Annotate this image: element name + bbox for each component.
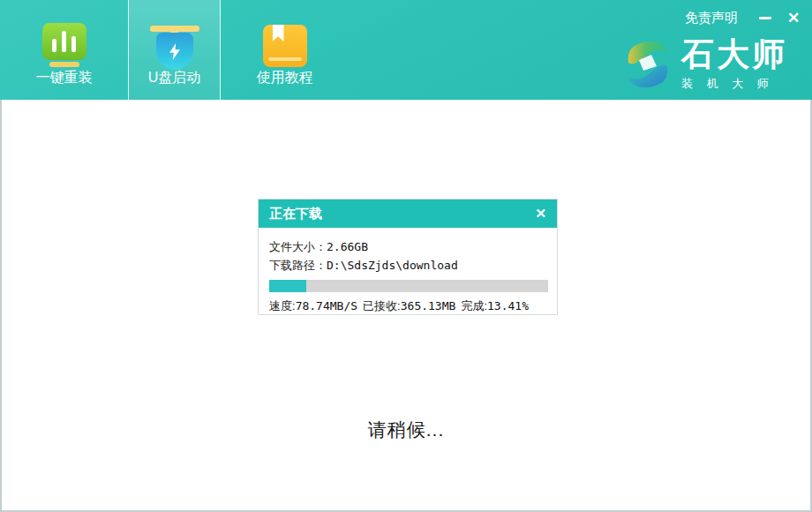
logo-icon <box>621 37 674 92</box>
done-stat: 完成:13.41% <box>461 298 529 314</box>
tab-label: 使用教程 <box>257 69 313 87</box>
bar-chart-icon <box>40 23 89 69</box>
tab-label: U盘启动 <box>148 69 201 87</box>
progress-bar <box>269 280 548 292</box>
logo-subtitle: 装 机 大 师 <box>681 76 787 92</box>
speed-stat: 速度:78.74MB/S <box>269 298 357 314</box>
status-text: 请稍候... <box>2 418 810 442</box>
download-path-row: 下载路径： D:\SdsZjds\download <box>269 256 546 275</box>
stats-row: 速度:78.74MB/S 已接收:365.13MB 完成:13.41% <box>269 298 546 314</box>
download-path-value: D:\SdsZjds\download <box>327 259 458 272</box>
close-button[interactable]: ✕ <box>782 7 805 28</box>
tab-label: 一键重装 <box>36 69 93 87</box>
progress-fill <box>269 280 306 292</box>
dialog-close-icon[interactable]: ✕ <box>535 206 546 222</box>
lightning-icon <box>169 43 180 60</box>
usb-drive-icon <box>150 23 199 69</box>
tab-bar: 一键重装 U盘启动 使用教程 <box>18 0 349 100</box>
dialog-title: 正在下载 <box>269 206 322 222</box>
minimize-icon <box>759 17 771 19</box>
main-area: 正在下载 ✕ 文件大小： 2.66GB 下载路径： D:\SdsZjds\dow… <box>0 100 812 512</box>
logo-title: 石大师 <box>681 37 787 73</box>
minimize-button[interactable] <box>754 7 777 28</box>
tab-tutorial[interactable]: 使用教程 <box>238 0 331 100</box>
file-size-value: 2.66GB <box>327 240 368 253</box>
dialog-titlebar: 正在下载 ✕ <box>259 200 557 228</box>
app-window: 一键重装 U盘启动 使用教程 <box>0 0 812 512</box>
file-size-label: 文件大小： <box>269 239 327 255</box>
tab-one-key-reinstall[interactable]: 一键重装 <box>18 0 110 100</box>
header: 一键重装 U盘启动 使用教程 <box>0 0 812 100</box>
download-path-label: 下载路径： <box>269 258 327 274</box>
book-icon <box>260 23 310 69</box>
dialog-body: 文件大小： 2.66GB 下载路径： D:\SdsZjds\download 速… <box>259 228 557 314</box>
disclaimer-link[interactable]: 免责声明 <box>685 10 738 26</box>
received-stat: 已接收:365.13MB <box>363 298 455 314</box>
file-size-row: 文件大小： 2.66GB <box>269 237 546 256</box>
download-dialog: 正在下载 ✕ 文件大小： 2.66GB 下载路径： D:\SdsZjds\dow… <box>258 199 558 315</box>
logo: 石大师 装 机 大 师 <box>621 37 787 92</box>
tab-usb-boot[interactable]: U盘启动 <box>128 0 221 100</box>
